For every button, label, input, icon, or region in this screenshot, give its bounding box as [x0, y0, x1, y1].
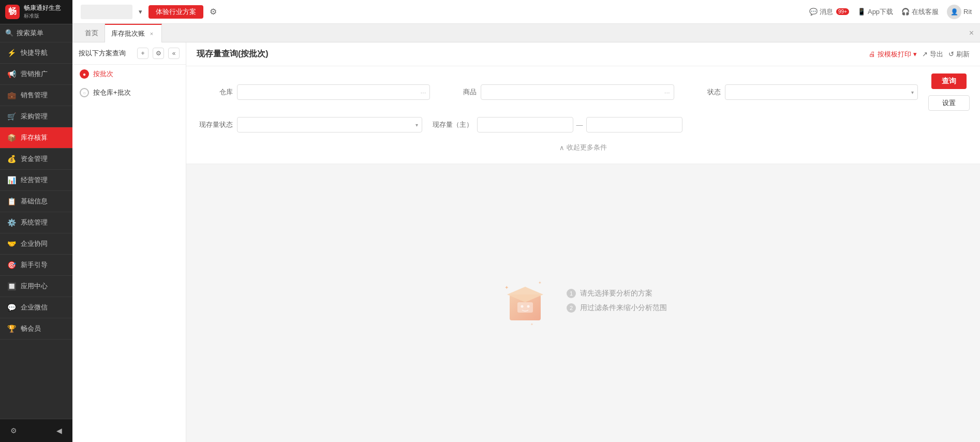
refresh-icon: ↺: [948, 50, 954, 58]
sidebar-item-purchase[interactable]: 🛒 采购管理: [0, 106, 72, 127]
stock-status-select[interactable]: [237, 117, 422, 132]
export-button[interactable]: ↗ 导出: [922, 50, 943, 59]
template-print-button[interactable]: 🖨 按模板打印 ▾: [869, 50, 917, 59]
query-button[interactable]: 查询: [931, 73, 967, 89]
sidebar-footer: ⚙ ◀: [0, 419, 72, 442]
product-input[interactable]: [481, 84, 674, 100]
filter-item-by-warehouse-batch[interactable]: ○ 按仓库+批次: [72, 83, 186, 102]
tab-inventory-batch[interactable]: 库存批次账 ×: [105, 24, 162, 42]
message-icon: 💬: [809, 8, 818, 16]
trial-button[interactable]: 体验行业方案: [149, 5, 203, 19]
query-row-2: 现存量状态 ▾ 现存量（主） —: [197, 117, 970, 132]
status-label: 状态: [685, 87, 721, 97]
tip-number-1: 1: [567, 289, 576, 298]
status-select-wrap: ▾: [725, 84, 918, 100]
sidebar: 畅 畅康通好生意 标准版 🔍 搜索菜单 ⚡ 快捷导航 📢 营销推广 💼 销售管理…: [0, 0, 72, 442]
sidebar-item-wechat[interactable]: 💬 企业微信: [0, 297, 72, 318]
warehouse-more-icon[interactable]: ···: [420, 89, 426, 96]
chevron-up-icon: ∧: [559, 144, 565, 152]
query-actions: 查询 设置: [928, 73, 970, 111]
sidebar-item-marketing[interactable]: 📢 营销推广: [0, 64, 72, 85]
sidebar-collapse-button[interactable]: ◀: [52, 423, 66, 438]
filter-collapse-button[interactable]: «: [168, 48, 180, 59]
content-area: 按以下方案查询 + ⚙ « ● 按批次 ○ 按仓库+批次 现存量查询(按批次): [72, 42, 980, 442]
app-info: 畅康通好生意 标准版: [24, 4, 61, 20]
inventory-icon: 📦: [6, 132, 17, 143]
refresh-button[interactable]: ↺ 刷新: [948, 50, 970, 59]
topbar-settings-icon[interactable]: ⚙: [210, 7, 217, 17]
basics-icon: 📋: [6, 196, 17, 207]
filter-item-by-batch[interactable]: ● 按批次: [72, 65, 186, 83]
sidebar-item-basics[interactable]: 📋 基础信息: [0, 191, 72, 212]
messages-button[interactable]: 💬 消息 99+: [809, 7, 849, 17]
tab-home[interactable]: 首页: [79, 24, 105, 42]
filter-settings-button[interactable]: ⚙: [153, 48, 164, 59]
stock-qty-label: 现存量（主）: [433, 120, 473, 129]
query-row-1: 仓库 ··· 商品 ··· 状态: [197, 73, 970, 111]
range-separator: —: [576, 121, 583, 129]
svg-point-2: [521, 305, 524, 308]
sidebar-item-inventory[interactable]: 📦 库存核算: [0, 127, 72, 149]
user-avatar: 👤: [947, 5, 961, 19]
print-icon: 🖨: [869, 50, 875, 58]
svg-point-3: [527, 305, 530, 308]
status-select[interactable]: [725, 84, 918, 100]
sidebar-item-vip[interactable]: 🏆 畅会员: [0, 318, 72, 340]
page-header: 现存量查询(按批次) 🖨 按模板打印 ▾ ↗ 导出 ↺ 刷新: [186, 42, 980, 66]
sidebar-item-finance[interactable]: 💰 资金管理: [0, 149, 72, 170]
sidebar-item-system[interactable]: ⚙️ 系统管理: [0, 212, 72, 233]
online-service-button[interactable]: 🎧 在线客服: [901, 7, 939, 17]
stock-qty-max-input[interactable]: [586, 117, 682, 132]
app-title: 畅康通好生意: [24, 4, 61, 12]
product-input-wrap: ···: [481, 84, 674, 100]
sidebar-settings-button[interactable]: ⚙: [6, 423, 21, 438]
tabbar: 首页 库存批次账 × ×: [72, 24, 980, 42]
collapse-more-button[interactable]: ∧ 收起更多条件: [197, 139, 970, 156]
stock-qty-min-input[interactable]: [477, 117, 573, 132]
page-title: 现存量查询(按批次): [197, 49, 269, 60]
operations-icon: 📊: [6, 175, 17, 185]
empty-state: ✦ ✦ ✦ 1 请先选择要分析的方案 2 用过滤条件来缩小分析范围: [186, 164, 980, 442]
export-icon: ↗: [922, 50, 928, 58]
app-download-button[interactable]: 📱 App下载: [857, 7, 893, 17]
filter-dot-gray: ○: [80, 88, 89, 97]
print-dropdown-icon[interactable]: ▾: [913, 50, 917, 58]
product-field: 商品 ···: [440, 84, 674, 100]
filter-sidebar-title: 按以下方案查询: [79, 49, 126, 58]
filter-add-button[interactable]: +: [137, 48, 149, 59]
sidebar-search[interactable]: 🔍 搜索菜单: [0, 24, 72, 42]
sidebar-item-operations[interactable]: 📊 经营管理: [0, 170, 72, 191]
stock-status-field: 现存量状态 ▾: [197, 117, 422, 132]
sidebar-item-newuser[interactable]: 🎯 新手引导: [0, 255, 72, 276]
filter-sidebar-header: 按以下方案查询 + ⚙ «: [72, 42, 186, 65]
product-more-icon[interactable]: ···: [664, 89, 670, 96]
enterprise-icon: 🤝: [6, 239, 17, 249]
sidebar-item-apps[interactable]: 🔲 应用中心: [0, 276, 72, 297]
purchase-icon: 🛒: [6, 111, 17, 122]
sidebar-item-quick-nav[interactable]: ⚡ 快捷导航: [0, 42, 72, 64]
topbar-dropdown-icon[interactable]: ▾: [139, 8, 142, 16]
headset-icon: 🎧: [901, 8, 910, 16]
tab-close-button[interactable]: ×: [148, 30, 155, 37]
page-header-actions: 🖨 按模板打印 ▾ ↗ 导出 ↺ 刷新: [869, 50, 970, 59]
settings-button[interactable]: 设置: [928, 95, 970, 111]
topbar-input[interactable]: [81, 5, 132, 19]
topbar: ▾ 体验行业方案 ⚙ 💬 消息 99+ 📱 App下载 🎧 在线客服 👤 Rit: [72, 0, 980, 24]
stock-status-select-wrap: ▾: [237, 117, 422, 132]
vip-icon: 🏆: [6, 323, 17, 334]
stock-qty-field: 现存量（主） —: [433, 117, 682, 132]
query-form: 仓库 ··· 商品 ··· 状态: [186, 66, 980, 164]
warehouse-input[interactable]: [237, 84, 430, 100]
messages-badge: 99+: [836, 8, 849, 15]
sidebar-item-enterprise[interactable]: 🤝 企业协同: [0, 233, 72, 255]
main-area: ▾ 体验行业方案 ⚙ 💬 消息 99+ 📱 App下载 🎧 在线客服 👤 Rit: [72, 0, 980, 442]
apps-icon: 🔲: [6, 281, 17, 291]
app-logo: 畅: [5, 5, 20, 19]
user-name: Rit: [963, 8, 972, 16]
tab-panel-close-button[interactable]: ×: [963, 28, 980, 38]
newuser-icon: 🎯: [6, 260, 17, 270]
search-icon: 🔍: [5, 29, 13, 37]
app-subtitle: 标准版: [24, 12, 61, 20]
user-profile-button[interactable]: 👤 Rit: [947, 5, 972, 19]
sidebar-item-sales[interactable]: 💼 销售管理: [0, 85, 72, 106]
